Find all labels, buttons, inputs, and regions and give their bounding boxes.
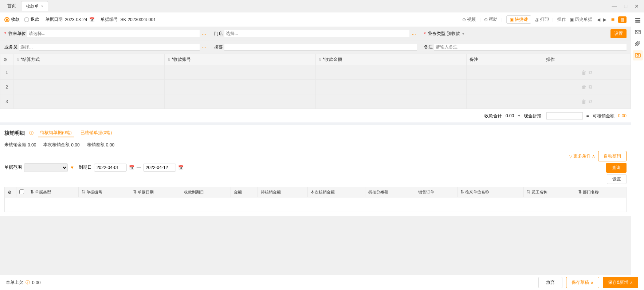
unverified-label: 未核销金额 <box>4 142 26 148</box>
date-from-icon[interactable]: 📅 <box>129 165 134 170</box>
row-2-delete-icon[interactable]: 🗑 <box>581 84 586 90</box>
history-button[interactable]: ▣ 历史单据 <box>570 16 592 23</box>
row-3-delete-icon[interactable]: 🗑 <box>581 99 586 105</box>
save-draft-button[interactable]: 保存草稿 ∧ <box>566 277 599 288</box>
print-button[interactable]: 🖨 打印 <box>535 16 549 23</box>
svg-rect-2 <box>635 21 640 23</box>
salesman-input[interactable] <box>19 44 200 51</box>
table-gear-header[interactable]: ⚙ <box>0 54 13 65</box>
date-to-icon[interactable]: 📅 <box>178 165 184 170</box>
date-value[interactable]: 2023-03-24 <box>65 17 87 22</box>
current-info-icon[interactable]: ⓘ <box>25 279 30 286</box>
remarks-input[interactable] <box>434 44 627 51</box>
toolbar-right: ⊙ 视频 | ⊙ 帮助 | ▣ 快捷键 🖨 打印 | 操作 ▣ <box>462 15 627 24</box>
verify-col-counterpart: ⇅ 往来单位名称 <box>457 187 524 197</box>
gear-icon[interactable]: ⚙ <box>3 57 7 62</box>
row-3-remarks[interactable] <box>467 94 543 109</box>
sidebar-table-icon[interactable] <box>633 15 643 26</box>
help-icon: ⊙ <box>484 17 488 22</box>
grid-view-icon[interactable]: ▦ <box>618 16 627 23</box>
verify-checkbox-col[interactable] <box>16 187 27 197</box>
row-2-amount[interactable] <box>315 80 467 94</box>
row-3-copy-icon[interactable]: ⧉ <box>589 98 592 105</box>
auto-verify-button[interactable]: 自动核销 <box>598 151 627 161</box>
window-controls: — □ ✕ <box>610 3 641 10</box>
row-1-amount[interactable] <box>315 65 467 80</box>
row-3-account[interactable] <box>164 94 315 109</box>
bill-range-dropdown[interactable]: ▼ <box>70 165 74 170</box>
save-new-button[interactable]: 保存&新增 ∧ <box>603 277 638 288</box>
bill-no-field-group: 单据编号 SK-20230324-001 <box>101 16 156 23</box>
tab-close-icon[interactable]: × <box>41 4 43 8</box>
biz-type-dropdown[interactable]: ▼ <box>462 32 465 36</box>
row-1-settle[interactable] <box>13 65 165 80</box>
verify-setting-button[interactable]: 设置 <box>607 174 627 184</box>
bill-range-select[interactable] <box>24 163 68 172</box>
shop-more-btn[interactable]: ··· <box>411 31 417 37</box>
summary-input[interactable] <box>224 44 417 51</box>
save-new-label: 保存&新增 <box>608 279 628 286</box>
row-3-settle[interactable] <box>13 94 165 109</box>
more-conditions-btn[interactable]: ▽ 更多条件 ∧ <box>569 153 595 159</box>
verify-gear-col[interactable]: ⚙ <box>5 187 16 197</box>
row-1-account[interactable] <box>164 65 315 80</box>
row-2-remarks[interactable] <box>467 80 543 94</box>
video-button[interactable]: ⊙ 视频 <box>462 16 476 23</box>
done-verify-tab[interactable]: 已核销单据(0笔) <box>78 129 114 137</box>
row-1-copy-icon[interactable]: ⧉ <box>589 69 592 75</box>
verify-table: ⚙ ⇅ 单据类型 ⇅ 单据编号 ⇅ 单据日期 收款到期日 金额 待核销金额 本次… <box>4 187 627 212</box>
list-view-icon[interactable]: ≡ <box>611 16 614 23</box>
tab-receipt[interactable]: 收款单 × <box>21 1 48 11</box>
date-separator: — <box>137 165 141 170</box>
receipt-radio[interactable]: 收款 <box>4 16 20 23</box>
sidebar-attachment-icon[interactable] <box>633 39 643 49</box>
current-verify-label: 本次核销金额 <box>43 142 70 148</box>
row-2-copy-icon[interactable]: ⧉ <box>589 84 592 90</box>
row-1-remarks[interactable] <box>467 65 543 80</box>
verify-col-due-date: 收款到期日 <box>181 187 231 197</box>
biz-type-value: 预收款 <box>447 31 460 37</box>
tab-home[interactable]: 首页 <box>3 1 20 11</box>
counterpart-input[interactable] <box>27 30 200 37</box>
bill-no-value[interactable]: SK-20230324-001 <box>120 17 156 22</box>
refund-radio[interactable]: 退款 <box>24 16 39 23</box>
discard-button[interactable]: 放弃 <box>538 277 562 288</box>
salesman-more-btn[interactable]: ··· <box>201 44 207 50</box>
verify-gear-icon[interactable]: ⚙ <box>8 190 12 195</box>
due-date-from-input[interactable] <box>94 164 127 172</box>
shop-input[interactable] <box>224 30 409 37</box>
row-2-settle[interactable] <box>13 80 165 94</box>
shortcut-button[interactable]: ▣ 快捷键 <box>506 15 531 24</box>
calendar-icon[interactable]: 📅 <box>89 17 95 22</box>
receipt-table: ⚙ ⇅ *结算方式 ⇅ *收款账号 ⇅ *收款金额 备注 操作 1 <box>0 54 631 109</box>
pending-verify-tab[interactable]: 待核销单据(0笔) <box>38 129 74 137</box>
verify-info-icon[interactable]: ⓘ <box>29 130 34 136</box>
bill-no-label: 单据编号 <box>101 16 118 23</box>
operation-button[interactable]: 操作 <box>557 16 566 23</box>
remarks-field: 备注 <box>424 44 627 51</box>
row-2-account[interactable] <box>164 80 315 94</box>
query-button[interactable]: 查询 <box>606 163 627 173</box>
bottom-info: 本单上欠 ⓘ 0.00 <box>6 279 40 286</box>
due-date-to-input[interactable] <box>143 164 176 172</box>
row-3-amount[interactable] <box>315 94 467 109</box>
maximize-button[interactable]: □ <box>622 3 629 10</box>
row-1-delete-icon[interactable]: 🗑 <box>581 70 586 75</box>
form-row-1: * 往来单位 ··· 门店 ··· * 业务类型 预收款 ▼ 设置 <box>0 27 631 41</box>
prev-arrow[interactable]: ◀ <box>596 17 601 22</box>
sidebar-screenshot-icon[interactable] <box>633 50 643 60</box>
bottom-spacer <box>0 216 631 231</box>
window-close-button[interactable]: ✕ <box>632 3 641 10</box>
minimize-button[interactable]: — <box>610 3 619 10</box>
right-sidebar <box>631 12 644 275</box>
help-button[interactable]: ⊙ 帮助 <box>484 16 498 23</box>
verify-select-all[interactable] <box>19 189 24 194</box>
sidebar-email-icon[interactable] <box>633 27 643 37</box>
chevron-up-icon: ∧ <box>592 154 595 159</box>
discount-input[interactable] <box>546 112 583 119</box>
counterpart-more-btn[interactable]: ··· <box>201 31 207 37</box>
summary-field: 摘要 <box>214 44 417 51</box>
settings-button[interactable]: 设置 <box>610 29 627 38</box>
verify-col-employee: ⇅ 员工名称 <box>524 187 575 197</box>
next-arrow[interactable]: ▶ <box>602 17 608 22</box>
